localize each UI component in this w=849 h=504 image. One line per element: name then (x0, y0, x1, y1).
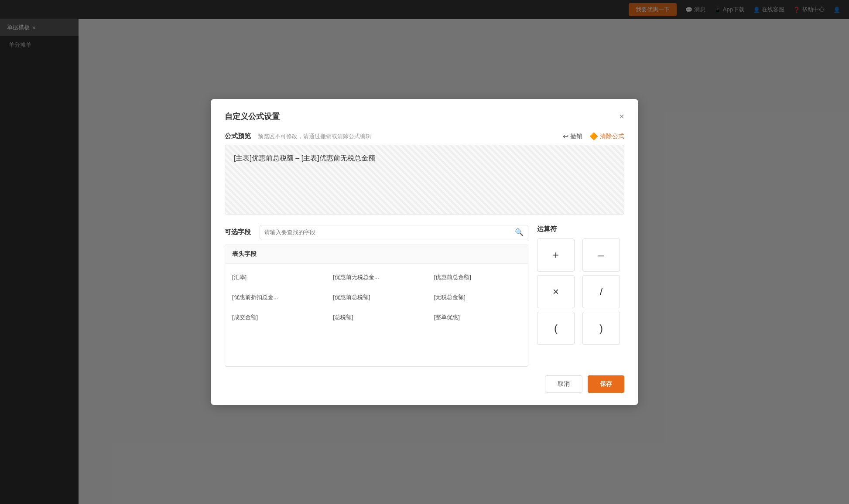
search-input[interactable] (264, 229, 511, 235)
search-icon: 🔍 (515, 228, 524, 236)
field-item[interactable]: [优惠前总税额] (326, 287, 427, 307)
modal-footer: 取消 保存 (225, 375, 624, 393)
op-minus-button[interactable]: – (582, 238, 620, 272)
operators-panel: 运算符 + – × / ( ) (537, 225, 624, 345)
modal-close-button[interactable]: × (619, 112, 624, 121)
field-item[interactable]: [汇率] (225, 267, 326, 287)
op-plus-button[interactable]: + (537, 238, 575, 272)
clear-icon: 🔶 (589, 132, 598, 140)
preview-section-label: 公式预览 (225, 132, 251, 140)
formula-content: [主表]优惠前总税额 – [主表]优惠前无税总金额 (234, 154, 375, 162)
clear-formula-button[interactable]: 🔶 清除公式 (589, 132, 624, 140)
formula-modal: 自定义公式设置 × 公式预览 预览区不可修改，请通过撤销或清除公式编辑 ↩ 撤销… (211, 99, 638, 405)
field-item[interactable]: [整单优惠] (427, 307, 528, 327)
undo-button[interactable]: ↩ 撤销 (563, 132, 582, 140)
field-item[interactable]: [成交金额] (225, 307, 326, 327)
fields-header: 可选字段 🔍 (225, 225, 528, 239)
undo-icon: ↩ (563, 132, 568, 140)
modal-title: 自定义公式设置 (225, 111, 280, 122)
preview-hint: 预览区不可修改，请通过撤销或清除公式编辑 (258, 133, 556, 140)
bottom-section: 可选字段 🔍 表头字段 [汇率] [优惠前无税总金... [优惠前总金额] [优… (225, 225, 624, 367)
modal-header: 自定义公式设置 × (225, 111, 624, 122)
fields-list: 表头字段 [汇率] [优惠前无税总金... [优惠前总金额] [优惠前折扣总金.… (225, 245, 528, 367)
field-item[interactable]: [优惠前总金额] (427, 267, 528, 287)
fields-section-label: 可选字段 (225, 228, 251, 236)
fields-grid: [汇率] [优惠前无税总金... [优惠前总金额] [优惠前折扣总金... [优… (225, 264, 528, 331)
cancel-button[interactable]: 取消 (545, 375, 582, 393)
op-multiply-button[interactable]: × (537, 275, 575, 308)
preview-header: 公式预览 预览区不可修改，请通过撤销或清除公式编辑 ↩ 撤销 🔶 清除公式 (225, 132, 624, 140)
formula-preview-box: [主表]优惠前总税额 – [主表]优惠前无税总金额 (225, 145, 624, 215)
field-item[interactable]: [优惠前折扣总金... (225, 287, 326, 307)
save-button[interactable]: 保存 (588, 375, 624, 393)
search-box: 🔍 (260, 225, 528, 239)
operators-label: 运算符 (537, 225, 624, 233)
operators-grid: + – × / ( ) (537, 238, 624, 345)
field-item[interactable]: [无税总金额] (427, 287, 528, 307)
field-item[interactable]: [总税额] (326, 307, 427, 327)
fields-panel: 可选字段 🔍 表头字段 [汇率] [优惠前无税总金... [优惠前总金额] [优… (225, 225, 528, 367)
op-divide-button[interactable]: / (582, 275, 620, 308)
fields-group-header: 表头字段 (225, 245, 528, 264)
field-item[interactable]: [优惠前无税总金... (326, 267, 427, 287)
op-left-paren-button[interactable]: ( (537, 312, 575, 345)
op-right-paren-button[interactable]: ) (582, 312, 620, 345)
